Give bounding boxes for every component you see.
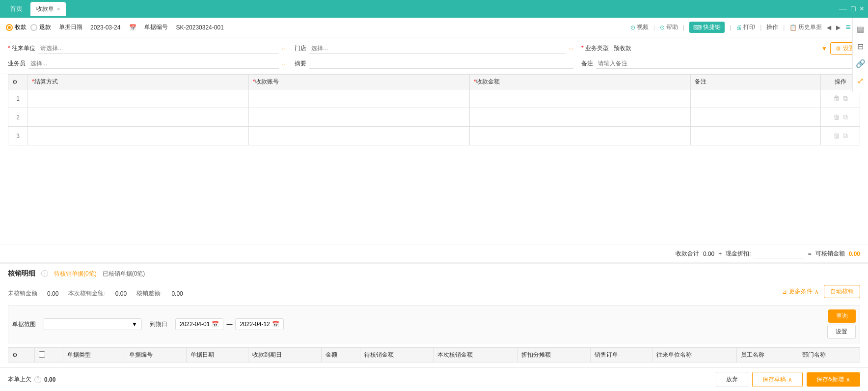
row2-col3[interactable] xyxy=(470,108,691,127)
row3-col2[interactable] xyxy=(249,127,470,145)
unchecked-value: 0.00 xyxy=(47,290,58,297)
tab-active[interactable]: 收款单 × xyxy=(30,2,66,16)
row2-actions: 🗑 ⧉ xyxy=(821,108,860,127)
window-close-icon[interactable]: × xyxy=(860,4,864,13)
lower-col-due: 收款到期日 xyxy=(248,348,321,363)
table-settings-header[interactable]: ⚙ xyxy=(8,75,28,89)
date-from-input[interactable]: 2022-04-01 📅 xyxy=(175,318,223,330)
date-value[interactable]: 2023-03-24 xyxy=(90,24,120,31)
store-row: 门店 ··· xyxy=(295,42,573,55)
radio-shoukuan[interactable]: 收款 xyxy=(6,23,27,31)
row3-col3[interactable] xyxy=(470,127,691,145)
remark-row: 备注 xyxy=(581,58,860,69)
nav-prev-icon: ◀ xyxy=(827,24,831,31)
row1-copy-icon[interactable]: ⧉ xyxy=(843,94,848,103)
bottom-label: 本单上欠 xyxy=(8,375,31,384)
sidebar-icon-3[interactable]: 🔗 xyxy=(853,56,868,71)
range-select[interactable]: ▼ xyxy=(44,318,142,330)
verification-section: 核销明细 i 待核销单据(0笔) 已核销单据(0笔) 未核销金额 0.00 本次… xyxy=(0,262,868,367)
row2-col4[interactable] xyxy=(691,108,821,127)
nav-prev-btn[interactable]: ◀ xyxy=(827,24,831,31)
row2-copy-icon[interactable]: ⧉ xyxy=(843,113,848,121)
more-conditions-btn[interactable]: ⊿ 更多条件 ∧ xyxy=(782,287,819,296)
save-new-arrow-icon: ∧ xyxy=(846,376,850,383)
lower-col-dept: 部门名称 xyxy=(798,348,860,363)
operation-btn[interactable]: 操作 xyxy=(766,23,778,31)
row2-delete-icon[interactable]: 🗑 xyxy=(833,113,840,121)
summary-input[interactable] xyxy=(309,58,573,69)
counterpart-label: 往来单位 xyxy=(8,44,35,53)
print-btn[interactable]: 🖨 打印 xyxy=(736,23,755,31)
row2-col2[interactable] xyxy=(249,108,470,127)
store-input[interactable] xyxy=(309,43,566,54)
video-btn[interactable]: ⊙ 视频 xyxy=(630,23,649,31)
done-tab[interactable]: 已核销单据(0笔) xyxy=(103,270,145,278)
row1-col4[interactable] xyxy=(691,89,821,108)
store-more-icon[interactable]: ··· xyxy=(569,45,573,52)
window-minimize-icon[interactable]: — xyxy=(839,4,847,13)
date-range-group: 2022-04-01 📅 — 2022-04-12 📅 xyxy=(175,318,284,330)
query-button[interactable]: 查询 xyxy=(828,309,856,323)
salesperson-row: 业务员 ··· xyxy=(8,58,287,69)
grid-icon-btn[interactable]: ≡ xyxy=(845,22,851,32)
sidebar-icon-1[interactable]: ▤ xyxy=(854,22,867,37)
radio-dot-tuikuan xyxy=(30,24,37,31)
tab-home[interactable]: 首页 xyxy=(4,1,28,16)
draft-button[interactable]: 保存草稿 ∧ xyxy=(752,372,803,387)
diff-value: 0.00 xyxy=(171,290,183,297)
row3-col1[interactable] xyxy=(28,127,249,145)
date-to-input[interactable]: 2022-04-12 📅 xyxy=(235,318,283,330)
salesperson-input[interactable] xyxy=(28,58,279,69)
shortcut-btn[interactable]: ⌨ 快捷键 xyxy=(689,22,725,33)
business-type-row: 业务类型 预收款 ▼ ⚙ 设置 xyxy=(581,42,860,55)
shortcut-label: 快捷键 xyxy=(703,23,721,31)
remark-input[interactable] xyxy=(596,58,860,69)
radio-group: 收款 退款 xyxy=(6,23,51,31)
counterpart-input[interactable] xyxy=(38,43,279,54)
lower-table: ⚙ 单据类型 单据编号 单据日期 收款到期日 金额 待核销金额 本次核销金额 折… xyxy=(8,347,860,363)
row2-col1[interactable] xyxy=(28,108,249,127)
lower-col-date: 单据日期 xyxy=(187,348,248,363)
select-all-checkbox[interactable] xyxy=(39,351,45,358)
history-btn[interactable]: 📋 历史单据 xyxy=(789,23,822,31)
shortcut-icon: ⌨ xyxy=(693,24,702,31)
save-new-button[interactable]: 保存&新增 ∧ xyxy=(807,372,860,387)
nav-next-btn[interactable]: ▶ xyxy=(836,24,841,31)
row3-copy-icon[interactable]: ⧉ xyxy=(843,132,848,140)
lower-col-settings[interactable]: ⚙ xyxy=(8,348,35,363)
row1-col3[interactable] xyxy=(470,89,691,108)
row3-delete-icon[interactable]: 🗑 xyxy=(833,132,840,140)
counterpart-more-icon[interactable]: ··· xyxy=(282,45,287,52)
row1-col2[interactable] xyxy=(249,89,470,108)
col-remark: 备注 xyxy=(691,75,821,89)
calendar-icon[interactable]: 📅 xyxy=(129,24,136,31)
counterpart-row: 往来单位 ··· xyxy=(8,42,287,55)
range-select-chevron: ▼ xyxy=(132,321,137,328)
lower-col-check[interactable] xyxy=(35,348,63,363)
sidebar-icon-2[interactable]: ⊟ xyxy=(854,39,867,54)
salesperson-more-icon[interactable]: ··· xyxy=(282,60,287,67)
row1-delete-icon[interactable]: 🗑 xyxy=(833,94,840,103)
filter-buttons: 查询 设置 xyxy=(827,309,856,339)
filter-icon: ⊿ xyxy=(782,288,787,295)
window-maximize-icon[interactable]: □ xyxy=(851,4,856,13)
radio-tuikuan[interactable]: 退款 xyxy=(30,23,51,31)
auto-verify-button[interactable]: 自动核销 xyxy=(824,285,860,298)
help-btn[interactable]: ⊙ 帮助 xyxy=(660,23,678,31)
discount-input[interactable] xyxy=(755,249,804,258)
abandon-button[interactable]: 放弃 xyxy=(716,372,748,387)
filter-settings-button[interactable]: 设置 xyxy=(827,325,856,339)
pending-tab[interactable]: 待核销单据(0笔) xyxy=(54,270,97,278)
bottom-info-icon[interactable]: ? xyxy=(34,376,41,383)
row1-col1[interactable] xyxy=(28,89,249,108)
bottom-bar: 本单上欠 ? 0.00 放弃 保存草稿 ∧ 保存&新增 ∧ xyxy=(0,367,868,391)
sidebar-icon-4[interactable]: ⤢ xyxy=(854,73,867,88)
business-type-dropdown-icon[interactable]: ▼ xyxy=(821,45,827,52)
row3-col4[interactable] xyxy=(691,127,821,145)
verify-info-icon[interactable]: i xyxy=(41,270,48,277)
tab-label: 收款单 xyxy=(36,5,54,13)
toolbar-right: ⊙ 视频 | ⊙ 帮助 | ⌨ 快捷键 | 🖨 打印 | 操作 | xyxy=(630,22,862,33)
tab-close-icon[interactable]: × xyxy=(57,6,60,12)
date-from-value: 2022-04-01 xyxy=(180,321,210,328)
net-value: 0.00 xyxy=(849,251,860,257)
